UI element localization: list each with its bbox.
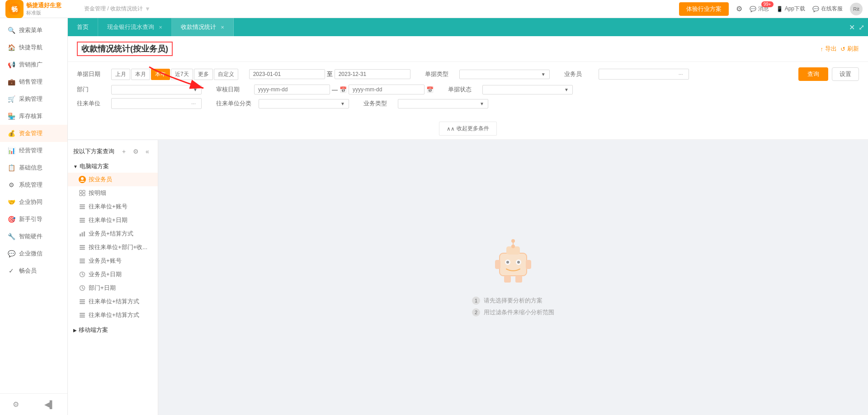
scheme-item-partner-dept-receipt[interactable]: 按往来单位+部门+收... xyxy=(68,241,158,254)
dept-label: 部门 xyxy=(77,85,104,94)
tab-close-all-icon[interactable]: ✕ xyxy=(849,23,855,32)
review-date-to-input[interactable] xyxy=(349,85,425,94)
scheme-item-partner-date[interactable]: 往来单位+日期 xyxy=(68,213,158,227)
date-tab-this-month[interactable]: 本月 xyxy=(131,69,150,80)
svg-rect-38 xyxy=(515,276,522,283)
review-date-from-input[interactable] xyxy=(254,85,330,94)
export-icon: ↑ xyxy=(821,46,824,52)
partner-category-select[interactable]: ▼ xyxy=(259,99,349,108)
scheme-clock-icon-1 xyxy=(79,271,86,278)
sidebar-item-quicknav[interactable]: 🏠 快捷导航 xyxy=(0,39,67,56)
empty-step-2: 2 用过滤条件来缩小分析范围 xyxy=(472,308,554,316)
sidebar-item-operations[interactable]: 📊 经营管理 xyxy=(0,142,67,159)
scheme-item-salesperson-settle[interactable]: 业务员+结算方式 xyxy=(68,227,158,241)
sidebar-item-sales[interactable]: 💼 销售管理 xyxy=(0,73,67,90)
scheme-grid-icon-5 xyxy=(79,257,86,264)
trial-button[interactable]: 体验行业方案 xyxy=(679,2,729,16)
scheme-item-partner-settle1[interactable]: 往来单位+结算方式 xyxy=(68,295,158,308)
tab-close-receipt[interactable]: ✕ xyxy=(221,25,224,30)
scheme-item-salesperson-date[interactable]: 业务员+日期 xyxy=(68,268,158,281)
avatar[interactable]: Rit xyxy=(850,3,863,15)
refresh-button[interactable]: ↺ 刷新 xyxy=(840,45,859,53)
tab-fullscreen-icon[interactable]: ⤢ xyxy=(859,23,864,32)
svg-rect-37 xyxy=(504,276,511,283)
marketing-icon: 📢 xyxy=(7,61,15,69)
scheme-item-by-detail[interactable]: 按明细 xyxy=(68,186,158,200)
top-bar-left: 畅 畅捷通好生意 标准版 资金管理 / 收款情况统计 ▼ xyxy=(5,0,679,18)
scheme-grid-icon-2 xyxy=(79,203,86,210)
scheme-settings-button[interactable]: ⚙ xyxy=(131,146,141,156)
more-icon[interactable]: ··· xyxy=(679,71,683,77)
tab-bank[interactable]: 现金银行流水查询 ✕ xyxy=(98,18,172,36)
scheme-group-mobile-title[interactable]: ▶ 移动端方案 xyxy=(68,324,158,336)
settings-icon[interactable]: ⚙ xyxy=(736,5,742,13)
sidebar-settings-icon[interactable]: ⚙ xyxy=(10,397,22,411)
svg-rect-4 xyxy=(83,190,85,193)
online-service-button[interactable]: 💬 在线客服 xyxy=(812,5,843,13)
sidebar-item-system[interactable]: ⚙ 系统管理 xyxy=(0,176,67,193)
calendar-icon-2[interactable]: 📅 xyxy=(426,86,434,93)
chevron-down-icon: ▼ xyxy=(541,72,546,77)
partner-select[interactable]: ··· xyxy=(111,98,202,109)
sidebar-item-purchase[interactable]: 🛒 采购管理 xyxy=(0,90,67,108)
doc-type-select[interactable]: ▼ xyxy=(459,70,550,79)
page-actions: ↑ 导出 ↺ 刷新 xyxy=(821,45,859,53)
biz-type-select[interactable]: ▼ xyxy=(398,99,488,108)
scheme-item-by-salesperson[interactable]: 按业务员 xyxy=(68,173,158,186)
app-download-button[interactable]: 📱 App下载 xyxy=(776,5,805,13)
date-to-input[interactable] xyxy=(335,69,410,79)
finance-icon: 💰 xyxy=(7,129,15,137)
sidebar-item-search[interactable]: 🔍 搜索菜单 xyxy=(0,22,67,39)
svg-line-24 xyxy=(82,274,84,275)
sidebar-item-wechat[interactable]: 💬 企业微信 xyxy=(0,245,67,262)
sidebar-item-member[interactable]: ✓ 畅会员 xyxy=(0,262,67,279)
svg-rect-10 xyxy=(80,218,85,219)
sidebar-item-finance[interactable]: 💰 资金管理 xyxy=(0,125,67,142)
scheme-item-dept-date[interactable]: 部门+日期 xyxy=(68,281,158,295)
settings-button[interactable]: 设置 xyxy=(832,67,859,81)
message-button[interactable]: 💬 消息 99+ xyxy=(750,5,769,13)
dept-select[interactable]: ▼ xyxy=(111,85,202,94)
add-scheme-button[interactable]: + xyxy=(119,146,129,156)
scheme-item-partner-settle2[interactable]: 往来单位+结算方式 xyxy=(68,308,158,322)
date-tab-7days[interactable]: 近7天 xyxy=(171,69,193,80)
tab-receipt[interactable]: 收款情况统计 ✕ xyxy=(172,18,234,36)
date-tab-custom[interactable]: 自定义 xyxy=(214,69,238,80)
sidebar-item-inventory[interactable]: 🏪 库存核算 xyxy=(0,108,67,125)
sidebar-item-newguide[interactable]: 🎯 新手引导 xyxy=(0,211,67,228)
scheme-item-salesperson-account[interactable]: 业务员+账号 xyxy=(68,254,158,268)
sidebar-item-basics[interactable]: 📋 基础信息 xyxy=(0,159,67,176)
empty-steps: 1 请先选择要分析的方案 2 用过滤条件来缩小分析范围 xyxy=(472,297,554,320)
svg-rect-9 xyxy=(80,208,85,209)
sidebar-collapse-icon[interactable]: ◀▌ xyxy=(42,397,57,411)
partner-more-icon[interactable]: ··· xyxy=(191,100,196,107)
page-title: 收款情况统计(按业务员) xyxy=(77,42,173,56)
date-tab-last-month[interactable]: 上月 xyxy=(111,69,130,80)
sidebar-nav: 🔍 搜索菜单 🏠 快捷导航 📢 营销推广 💼 销售管理 🛒 采购管 xyxy=(0,18,67,283)
scheme-collapse-button[interactable]: « xyxy=(142,146,152,156)
doc-status-select[interactable]: ▼ xyxy=(482,85,573,94)
svg-rect-13 xyxy=(80,234,81,236)
tab-close-bank[interactable]: ✕ xyxy=(159,25,162,30)
scheme-item-partner-account[interactable]: 往来单位+账号 xyxy=(68,200,158,213)
scheme-group-desktop-title[interactable]: ▼ 电脑端方案 xyxy=(68,160,158,173)
svg-rect-15 xyxy=(84,231,85,236)
date-from-input[interactable] xyxy=(249,69,325,79)
svg-rect-8 xyxy=(80,206,85,208)
collapse-button[interactable]: ∧∧ 收起更多条件 xyxy=(439,122,497,136)
date-tab-more[interactable]: 更多 xyxy=(194,69,213,80)
salesperson-select[interactable]: ··· xyxy=(599,69,689,80)
sidebar-item-corp[interactable]: 🤝 企业协同 xyxy=(0,193,67,211)
sidebar-item-marketing[interactable]: 📢 营销推广 xyxy=(0,56,67,73)
date-tab-this-year[interactable]: 本年 xyxy=(151,69,170,80)
svg-rect-11 xyxy=(80,220,85,221)
query-button[interactable]: 查询 xyxy=(798,67,828,81)
svg-rect-20 xyxy=(80,260,85,262)
tab-home[interactable]: 首页 xyxy=(68,18,98,36)
calendar-icon-1[interactable]: 📅 xyxy=(340,86,347,93)
scheme-bar-icon xyxy=(79,230,86,237)
sidebar-item-smarthw[interactable]: 🔧 智能硬件 xyxy=(0,228,67,245)
scheme-header-left: 按以下方案查询 xyxy=(73,147,114,156)
export-button[interactable]: ↑ 导出 xyxy=(821,45,837,53)
review-date-separator: — xyxy=(332,86,338,93)
